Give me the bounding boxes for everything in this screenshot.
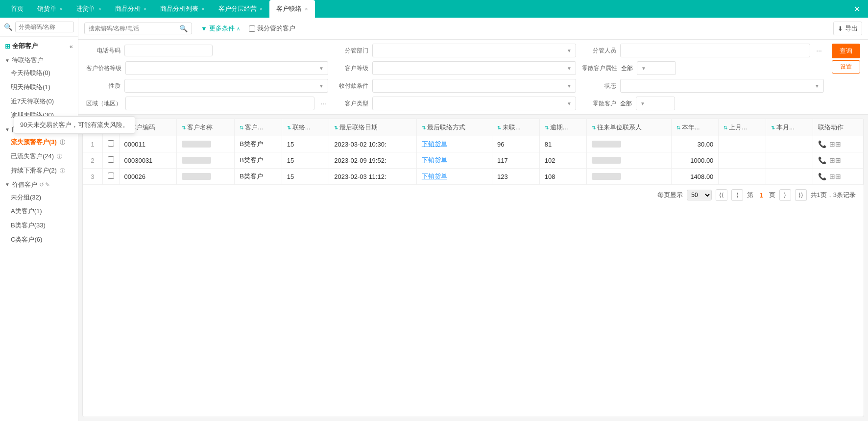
- refresh-icon-value[interactable]: ↺: [39, 181, 44, 188]
- filter-field-phone: 电话号码: [86, 45, 328, 56]
- tab-analysis-list-close[interactable]: ×: [201, 6, 204, 12]
- col-overdue[interactable]: ⇅逾期...: [539, 119, 587, 136]
- action-more-0[interactable]: ⊞⊞: [829, 140, 841, 148]
- filter-label-dept: 分管部门: [334, 47, 368, 55]
- search-input[interactable]: [89, 25, 179, 32]
- filter-select-person[interactable]: [620, 44, 810, 57]
- my-customers-checkbox-label[interactable]: 我分管的客户: [249, 24, 295, 33]
- col-last-contact-date[interactable]: ⇅最后联络日期: [329, 119, 417, 136]
- tab-analysis[interactable]: 商品分析 ×: [108, 0, 153, 18]
- tab-analysis-close[interactable]: ×: [144, 6, 146, 12]
- filter-btn[interactable]: ▼ 更多条件 ∧: [197, 22, 244, 35]
- row-contact-person-2: [587, 169, 672, 185]
- row-checkbox-2[interactable]: [102, 169, 119, 185]
- tab-customer-contact-close[interactable]: ×: [305, 6, 308, 12]
- filter-select-status[interactable]: ▼: [620, 79, 824, 93]
- filter-label-payment: 收付款条件: [334, 82, 368, 90]
- row-method-1[interactable]: 下销货单: [416, 152, 492, 169]
- filter-select-price-tier[interactable]: ▼: [125, 61, 328, 75]
- row-overdue-1: 102: [539, 152, 587, 169]
- prev-page-btn[interactable]: ⟨: [731, 189, 743, 201]
- sidebar-item-churn-warning[interactable]: 流失预警客户(3) ⓘ: [0, 135, 78, 149]
- table-row: 2 00030031 B类客户 15 2023-02-09 19:52: 下销货…: [83, 152, 864, 169]
- collapse-icon[interactable]: «: [70, 43, 73, 50]
- tab-purchase[interactable]: 进货单 ×: [69, 0, 108, 18]
- row-checkbox-input-2[interactable]: [108, 173, 114, 179]
- export-btn[interactable]: ⬇ 导出: [833, 22, 862, 35]
- col-name[interactable]: ⇅客户名称: [177, 119, 235, 136]
- sidebar-item-declining[interactable]: 持续下滑客户(2) ⓘ: [0, 164, 78, 178]
- sidebar: 🔍 ⊞ 全部客户 « ▼ 待联络客户 今天待联络(0) 明天待联络(1) 近7天…: [0, 18, 78, 421]
- tab-customer-contact[interactable]: 客户联络 ×: [269, 0, 314, 18]
- sidebar-item-class-c[interactable]: C类客户(6): [0, 233, 78, 247]
- sidebar-item-class-a[interactable]: A类客户(1): [0, 204, 78, 219]
- action-phone-0[interactable]: 📞: [818, 140, 826, 148]
- table-container: ⚙ ⇅客户编码 ⇅客户名称 ⇅客户... ⇅联络... ⇅最后联络日期 ⇅最后联…: [82, 119, 864, 417]
- tab-bar-close-btn[interactable]: ✕: [850, 4, 864, 14]
- tab-analysis-label: 商品分析: [115, 4, 141, 13]
- more-dots-region[interactable]: ···: [318, 99, 328, 107]
- tab-sales[interactable]: 销货单 ×: [30, 0, 69, 18]
- sidebar-search-input[interactable]: [15, 22, 74, 32]
- filter-panel: 电话号码 分管部门 ▼ 分管人员: [78, 40, 868, 115]
- sidebar-all-customers[interactable]: ⊞ 全部客户 «: [0, 39, 78, 53]
- row-checkbox-input-0[interactable]: [108, 140, 114, 147]
- settings-button[interactable]: 设置: [832, 60, 860, 74]
- sidebar-item-class-b[interactable]: B类客户(33): [0, 219, 78, 233]
- sidebar-section-value[interactable]: ▼ 价值客户 ↺ ✎: [0, 178, 78, 191]
- row-method-0[interactable]: 下销货单: [416, 136, 492, 152]
- col-this-year[interactable]: ⇅本年...: [671, 119, 719, 136]
- row-checkbox-input-1[interactable]: [108, 156, 114, 163]
- filter-select-retail-attr[interactable]: ▼: [637, 61, 676, 75]
- row-name-0: [177, 136, 235, 152]
- my-customers-checkbox[interactable]: [249, 25, 255, 32]
- sidebar-section-pending[interactable]: ▼ 待联络客户: [0, 53, 78, 66]
- sidebar-item-7days[interactable]: 近7天待联络(0): [0, 95, 78, 109]
- col-customer-type[interactable]: ⇅客户...: [235, 119, 282, 136]
- tab-purchase-close[interactable]: ×: [98, 6, 101, 12]
- col-contact[interactable]: ⇅联络...: [282, 119, 329, 136]
- filter-select-dept[interactable]: ▼: [372, 44, 576, 57]
- filter-select-payment[interactable]: ▼: [372, 79, 576, 93]
- first-page-btn[interactable]: ⟨⟨: [716, 189, 727, 201]
- action-phone-1[interactable]: 📞: [818, 156, 826, 164]
- last-page-btn[interactable]: ⟩⟩: [795, 189, 807, 201]
- row-checkbox-1[interactable]: [102, 152, 119, 169]
- search-icon: 🔍: [179, 25, 188, 32]
- row-checkbox-0[interactable]: [102, 136, 119, 152]
- tab-purchase-label: 进货单: [76, 4, 95, 13]
- more-dots-person[interactable]: ···: [814, 47, 824, 54]
- filter-select-nature[interactable]: ▼: [124, 79, 328, 93]
- action-phone-2[interactable]: 📞: [818, 173, 826, 180]
- col-last-contact-method[interactable]: ⇅最后联络方式: [416, 119, 492, 136]
- sidebar-item-churned[interactable]: 已流失客户(24) ⓘ: [0, 149, 78, 164]
- filter-select-retail[interactable]: ▼: [636, 97, 675, 110]
- row-overdue-0: 81: [539, 136, 587, 152]
- filter-select-customer-level[interactable]: ▼: [372, 61, 576, 75]
- tab-home[interactable]: 首页: [4, 0, 30, 18]
- action-more-1[interactable]: ⊞⊞: [829, 156, 841, 164]
- tab-customer-tier-close[interactable]: ×: [260, 6, 263, 12]
- edit-icon-value[interactable]: ✎: [45, 181, 50, 188]
- action-more-2[interactable]: ⊞⊞: [829, 173, 841, 180]
- filter-select-customer-type[interactable]: ▼: [372, 97, 576, 110]
- sidebar-item-tomorrow[interactable]: 明天待联络(1): [0, 80, 78, 95]
- row-method-2[interactable]: 下销货单: [416, 169, 492, 185]
- chevron-retail-attr: ▼: [641, 66, 646, 71]
- filter-input-phone[interactable]: [124, 45, 213, 56]
- row-actions-1: 📞 ⊞⊞: [813, 152, 864, 169]
- retail-value: 全部: [620, 99, 632, 108]
- col-contact-person[interactable]: ⇅往来单位联系人: [587, 119, 672, 136]
- sidebar-item-ungrouped[interactable]: 未分组(32): [0, 191, 78, 205]
- sidebar-item-today[interactable]: 今天待联络(0): [0, 66, 78, 80]
- filter-select-region[interactable]: [125, 97, 314, 110]
- tab-sales-close[interactable]: ×: [59, 6, 62, 12]
- next-page-btn[interactable]: ⟩: [779, 189, 791, 201]
- col-last-month[interactable]: ⇅上月...: [719, 119, 766, 136]
- col-this-month[interactable]: ⇅本月...: [766, 119, 813, 136]
- tab-analysis-list[interactable]: 商品分析列表 ×: [153, 0, 211, 18]
- tab-customer-tier[interactable]: 客户分层经营 ×: [212, 0, 269, 18]
- page-size-select[interactable]: 50 100: [687, 190, 712, 200]
- col-uncontacted[interactable]: ⇅未联...: [492, 119, 540, 136]
- query-button[interactable]: 查询: [832, 44, 860, 58]
